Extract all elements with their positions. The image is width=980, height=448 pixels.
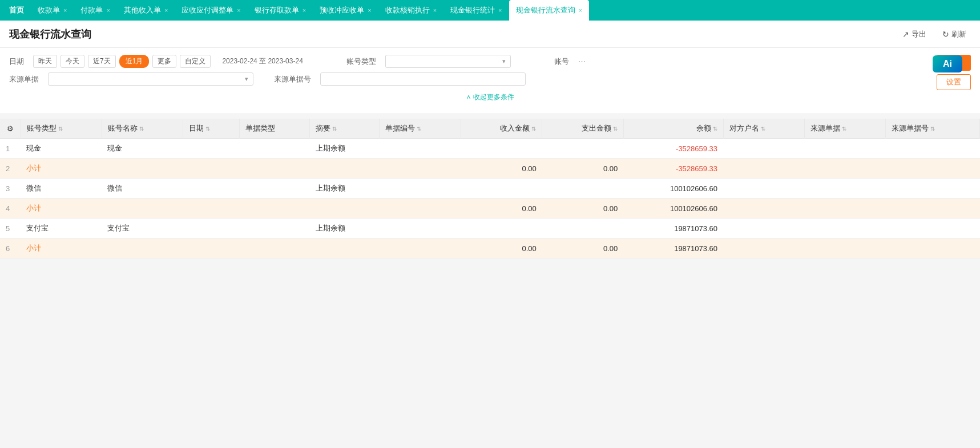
close-adjustment-icon[interactable]: × (237, 0, 240, 21)
nav-verify[interactable]: 收款核销执行 × (378, 0, 443, 21)
row-source-doc-num (886, 159, 980, 179)
settings-button[interactable]: 设置 (937, 74, 971, 90)
close-prepay-icon[interactable]: × (368, 0, 371, 21)
date-yesterday[interactable]: 昨天 (33, 55, 57, 68)
row-account-name: 微信 (102, 179, 183, 199)
account-type-value (390, 57, 393, 66)
nav-other-income[interactable]: 其他收入单 × (117, 0, 175, 21)
col-settings[interactable]: ⚙ (0, 119, 21, 139)
row-expense (542, 179, 623, 199)
nav-adjustment[interactable]: 应收应付调整单 × (175, 0, 247, 21)
row-source-doc-num (886, 199, 980, 219)
row-doc-type (239, 239, 310, 259)
table-settings-icon[interactable]: ⚙ (7, 124, 14, 133)
row-counterparty (723, 179, 804, 199)
row-expense: 0.00 (542, 199, 623, 219)
row-balance: -3528659.33 (623, 159, 723, 179)
close-receipt-icon[interactable]: × (63, 0, 67, 21)
source-doc-num-input[interactable] (320, 72, 526, 86)
close-payment-icon[interactable]: × (106, 0, 110, 21)
table-row: 4 小计 0.00 0.00 100102606.60 (0, 199, 980, 219)
row-income (461, 219, 542, 239)
nav-payment[interactable]: 付款单 × (74, 0, 116, 21)
account-type-label: 账号类型 (346, 56, 376, 67)
row-doc-number (380, 159, 461, 179)
col-balance[interactable]: 余额⇅ (623, 119, 723, 139)
col-expense[interactable]: 支出金额⇅ (542, 119, 623, 139)
sort-expense-icon: ⇅ (613, 126, 618, 132)
col-income[interactable]: 收入金额⇅ (461, 119, 542, 139)
source-doc-select[interactable]: ▾ (48, 72, 253, 86)
source-doc-num-label: 来源单据号 (274, 74, 311, 84)
date-more[interactable]: 更多 (152, 55, 176, 68)
row-account-name: 支付宝 (102, 219, 183, 239)
collapse-bar[interactable]: ∧ 收起更多条件 (9, 90, 971, 107)
export-button[interactable]: ↗ 导出 (898, 27, 931, 42)
row-source-doc-num (886, 179, 980, 199)
nav-cash-stat[interactable]: 现金银行统计 × (443, 0, 509, 21)
refresh-button[interactable]: ↻ 刷新 (938, 27, 971, 42)
row-balance: 100102606.60 (623, 179, 723, 199)
row-account-type: 小计 (21, 159, 102, 179)
top-nav: 首页 收款单 × 付款单 × 其他收入单 × 应收应付调整单 × 银行存取款单 … (0, 0, 980, 21)
col-account-name[interactable]: 账号名称⇅ (102, 119, 183, 139)
row-account-name: 现金 (102, 139, 183, 159)
sort-source-doc-num-icon: ⇅ (930, 126, 935, 132)
row-source-doc (804, 179, 885, 199)
col-source-doc[interactable]: 来源单据⇅ (804, 119, 885, 139)
col-summary[interactable]: 摘要⇅ (310, 119, 380, 139)
row-num: 3 (0, 179, 21, 199)
row-account-type: 支付宝 (21, 219, 102, 239)
sort-summary-icon: ⇅ (332, 126, 337, 132)
filter-area: 日期 昨天 今天 近7天 近1月 更多 自定义 2023-02-24 至 202… (0, 48, 980, 114)
sort-account-name-icon: ⇅ (139, 126, 144, 132)
table-header-row: ⚙ 账号类型⇅ 账号名称⇅ 日期⇅ 单据类型 摘要⇅ 单据编号⇅ (0, 119, 980, 139)
date-custom[interactable]: 自定义 (180, 55, 211, 68)
nav-receipt[interactable]: 收款单 × (31, 0, 74, 21)
close-bank-deposit-icon[interactable]: × (303, 0, 306, 21)
nav-cash-flow[interactable]: 现金银行流水查询 × (509, 0, 589, 21)
account-type-select[interactable]: ▾ (385, 55, 511, 68)
row-expense (542, 139, 623, 159)
table-row: 6 小计 0.00 0.00 19871073.60 (0, 239, 980, 259)
col-doc-number[interactable]: 单据编号⇅ (380, 119, 461, 139)
col-source-doc-num[interactable]: 来源单据号⇅ (886, 119, 980, 139)
sort-doc-number-icon: ⇅ (417, 126, 421, 132)
row-counterparty (723, 139, 804, 159)
date-filter-buttons: 昨天 今天 近7天 近1月 更多 自定义 (33, 55, 211, 68)
row-counterparty (723, 219, 804, 239)
date-1month[interactable]: 近1月 (119, 55, 150, 68)
row-expense: 0.00 (542, 159, 623, 179)
close-other-income-icon[interactable]: × (164, 0, 168, 21)
col-doc-type[interactable]: 单据类型 (239, 119, 310, 139)
row-income: 0.00 (461, 239, 542, 259)
col-date[interactable]: 日期⇅ (183, 119, 239, 139)
row-summary: 上期余额 (310, 179, 380, 199)
close-verify-icon[interactable]: × (433, 0, 437, 21)
nav-prepay[interactable]: 预收冲应收单 × (313, 0, 378, 21)
ai-badge[interactable]: Ai (933, 55, 962, 72)
col-counterparty[interactable]: 对方户名⇅ (723, 119, 804, 139)
row-num: 5 (0, 219, 21, 239)
account-more-icon[interactable]: ··· (578, 56, 586, 67)
source-doc-value (53, 75, 55, 83)
row-date (183, 179, 239, 199)
row-summary: 上期余额 (310, 139, 380, 159)
sort-account-type-icon: ⇅ (58, 126, 63, 132)
row-source-doc (804, 239, 885, 259)
close-cash-flow-icon[interactable]: × (579, 0, 582, 21)
row-income (461, 139, 542, 159)
data-table: ⚙ 账号类型⇅ 账号名称⇅ 日期⇅ 单据类型 摘要⇅ 单据编号⇅ (0, 119, 980, 259)
row-doc-type (239, 179, 310, 199)
row-balance: 19871073.60 (623, 219, 723, 239)
row-num: 2 (0, 159, 21, 179)
row-account-name (102, 239, 183, 259)
date-7days[interactable]: 近7天 (88, 55, 116, 68)
nav-home[interactable]: 首页 (2, 0, 31, 21)
date-today[interactable]: 今天 (61, 55, 84, 68)
row-expense (542, 219, 623, 239)
close-cash-stat-icon[interactable]: × (498, 0, 502, 21)
nav-bank-deposit[interactable]: 银行存取款单 × (248, 0, 313, 21)
col-account-type[interactable]: 账号类型⇅ (21, 119, 102, 139)
sort-date-icon: ⇅ (205, 126, 210, 132)
